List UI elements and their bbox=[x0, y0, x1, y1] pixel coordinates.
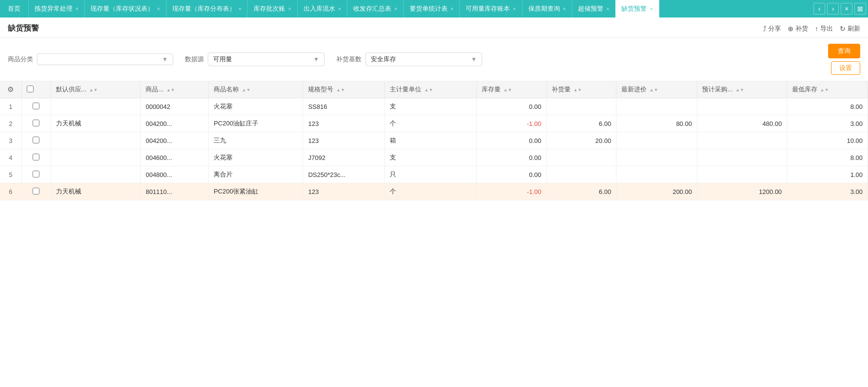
row-price bbox=[616, 98, 697, 115]
col-unit: 主计量单位 ▲▼ bbox=[385, 81, 476, 98]
table-row: 6 力天机械 801110... PC200张紧油缸 123 个 -1.00 6… bbox=[0, 183, 868, 200]
estimated-sort-icon[interactable]: ▲▼ bbox=[736, 88, 744, 92]
tab-home[interactable]: 首页 bbox=[0, 0, 29, 18]
replenish-icon: ⊕ bbox=[788, 25, 794, 33]
select-all-checkbox[interactable] bbox=[27, 86, 34, 92]
tab-requisition[interactable]: 要货单统计表 × bbox=[404, 0, 460, 18]
row-select-checkbox[interactable] bbox=[33, 120, 39, 126]
tab-close-shortage[interactable]: × bbox=[650, 6, 652, 12]
share-button[interactable]: ⤴ 分享 bbox=[763, 24, 781, 33]
tab-shortage[interactable]: 缺货预警 × bbox=[615, 0, 659, 18]
tab-flow[interactable]: 出入库流水 × bbox=[298, 0, 347, 18]
row-min-stock: 1.00 bbox=[787, 166, 868, 183]
row-min-stock: 10.00 bbox=[787, 132, 868, 149]
stock-sort-icon[interactable]: ▲▼ bbox=[503, 88, 512, 92]
row-checkbox[interactable] bbox=[21, 183, 51, 200]
setting-button[interactable]: 设置 bbox=[831, 61, 860, 75]
replenish-button[interactable]: ⊕ 补货 bbox=[788, 24, 808, 33]
tab-close-summary[interactable]: × bbox=[394, 6, 397, 12]
page-title: 缺货预警 bbox=[8, 23, 39, 34]
tab-close-available[interactable]: × bbox=[513, 6, 516, 12]
spec-sort-icon[interactable]: ▲▼ bbox=[336, 88, 345, 92]
tab-close-batch[interactable]: × bbox=[288, 6, 291, 12]
col-code: 商品... ▲▼ bbox=[141, 81, 209, 98]
row-checkbox[interactable] bbox=[21, 98, 51, 115]
tab-prev-button[interactable]: ‹ bbox=[814, 3, 825, 15]
row-select-checkbox[interactable] bbox=[33, 154, 39, 160]
row-checkbox[interactable] bbox=[21, 149, 51, 166]
row-select-checkbox[interactable] bbox=[33, 171, 39, 177]
tab-close-flow[interactable]: × bbox=[338, 6, 341, 12]
category-select[interactable]: ▼ bbox=[37, 53, 173, 65]
code-sort-icon[interactable]: ▲▼ bbox=[166, 88, 175, 92]
category-label: 商品分类 bbox=[8, 55, 33, 64]
tab-close-requisition[interactable]: × bbox=[451, 6, 453, 12]
tab-available[interactable]: 可用量库存账本 × bbox=[460, 0, 522, 18]
query-button[interactable]: 查询 bbox=[828, 44, 860, 58]
tab-close-stock-dist[interactable]: × bbox=[238, 6, 241, 12]
row-min-stock: 3.00 bbox=[787, 183, 868, 200]
data-table: ⚙ 默认供应... ▲▼ 商品... ▲▼ 商品名称 bbox=[0, 81, 868, 200]
col-name: 商品名称 ▲▼ bbox=[209, 81, 303, 98]
row-seq: 6 bbox=[0, 183, 21, 200]
row-checkbox[interactable] bbox=[21, 132, 51, 149]
refresh-button[interactable]: ↻ 刷新 bbox=[840, 24, 860, 33]
replenish-sort-icon[interactable]: ▲▼ bbox=[573, 88, 582, 92]
tab-close-expiry[interactable]: × bbox=[563, 6, 566, 12]
tab-close-picking[interactable]: × bbox=[75, 6, 78, 12]
export-button[interactable]: ↑ 导出 bbox=[815, 24, 833, 33]
tab-picking[interactable]: 拣货异常处理 × bbox=[29, 0, 85, 18]
tab-batch[interactable]: 库存批次账 × bbox=[248, 0, 297, 18]
row-select-checkbox[interactable] bbox=[33, 137, 39, 143]
row-estimated: 480.00 bbox=[697, 115, 787, 132]
row-estimated: 1200.00 bbox=[697, 183, 787, 200]
row-replenish: 20.00 bbox=[546, 132, 616, 149]
tab-close-overstock[interactable]: × bbox=[606, 6, 609, 12]
export-icon: ↑ bbox=[815, 25, 818, 33]
tab-overstock[interactable]: 超储预警 × bbox=[572, 0, 615, 18]
tab-close-stock-status[interactable]: × bbox=[157, 6, 160, 12]
unit-sort-icon[interactable]: ▲▼ bbox=[424, 88, 433, 92]
tab-stock-dist[interactable]: 现存量（库存分布表） × bbox=[166, 0, 248, 18]
row-supplier bbox=[51, 149, 141, 166]
replenish-select[interactable]: 安全库存 ▼ bbox=[365, 53, 482, 66]
tab-expiry[interactable]: 保质期查询 × bbox=[523, 0, 572, 18]
gear-icon[interactable]: ⚙ bbox=[7, 85, 14, 94]
row-select-checkbox[interactable] bbox=[33, 188, 39, 194]
col-replenish: 补货量 ▲▼ bbox=[546, 81, 616, 98]
row-spec: J7092 bbox=[303, 149, 385, 166]
row-estimated bbox=[697, 166, 787, 183]
row-unit: 个 bbox=[385, 183, 476, 200]
row-price: 80.00 bbox=[616, 115, 697, 132]
supplier-sort-icon[interactable]: ▲▼ bbox=[89, 88, 98, 92]
table-container: ⚙ 默认供应... ▲▼ 商品... ▲▼ 商品名称 bbox=[0, 81, 868, 200]
row-select-checkbox[interactable] bbox=[33, 103, 39, 109]
tab-summary[interactable]: 收发存汇总表 × bbox=[347, 0, 403, 18]
row-supplier bbox=[51, 98, 141, 115]
tab-next-button[interactable]: › bbox=[827, 3, 839, 15]
replenish-arrow-icon: ▼ bbox=[471, 56, 477, 63]
row-unit: 支 bbox=[385, 98, 476, 115]
table-row: 1 0000042 火花塞 SS816 支 0.00 8.00 bbox=[0, 98, 868, 115]
row-stock: 0.00 bbox=[476, 149, 546, 166]
row-unit: 支 bbox=[385, 149, 476, 166]
share-icon: ⤴ bbox=[763, 25, 766, 33]
row-replenish: 6.00 bbox=[546, 115, 616, 132]
tab-close-current-button[interactable]: × bbox=[841, 3, 852, 15]
name-sort-icon[interactable]: ▲▼ bbox=[242, 88, 251, 92]
row-checkbox[interactable] bbox=[21, 166, 51, 183]
refresh-icon: ↻ bbox=[840, 25, 846, 33]
datasource-arrow-icon: ▼ bbox=[313, 56, 319, 63]
row-stock: 0.00 bbox=[476, 132, 546, 149]
filter-bar: 商品分类 ▼ 数据源 可用量 ▼ 补货基数 安全库存 ▼ 查询 设置 bbox=[0, 38, 868, 81]
tab-stock-status[interactable]: 现存量（库存状况表） × bbox=[85, 0, 166, 18]
row-checkbox[interactable] bbox=[21, 115, 51, 132]
row-replenish bbox=[546, 98, 616, 115]
row-replenish: 6.00 bbox=[546, 183, 616, 200]
tab-close-all-button[interactable]: ⊠ bbox=[854, 3, 866, 15]
row-stock: -1.00 bbox=[476, 183, 546, 200]
datasource-select[interactable]: 可用量 ▼ bbox=[208, 53, 325, 66]
price-sort-icon[interactable]: ▲▼ bbox=[650, 88, 658, 92]
row-code: 0000042 bbox=[141, 98, 209, 115]
min-stock-sort-icon[interactable]: ▲▼ bbox=[820, 88, 829, 92]
